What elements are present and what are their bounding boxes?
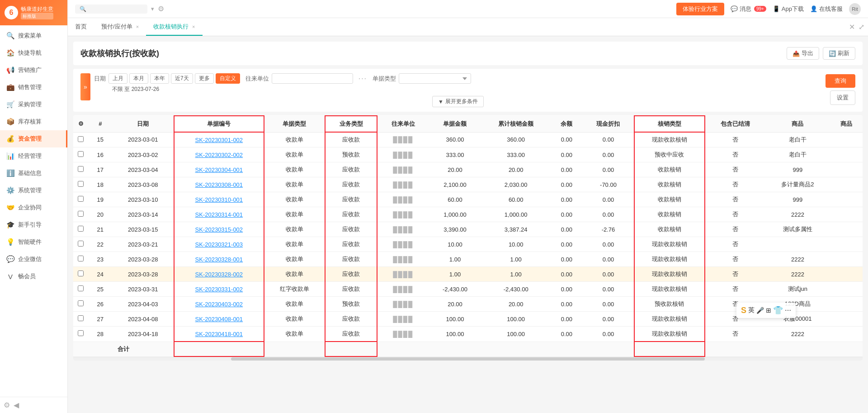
query-btn[interactable]: 查询	[826, 74, 855, 88]
restore-icon[interactable]: ⤢	[859, 23, 864, 31]
cell-checkbox[interactable]	[73, 237, 88, 252]
bill-no-link[interactable]: SK-20230302-002	[195, 152, 243, 158]
date-btn-this-year[interactable]: 本年	[150, 73, 169, 84]
sales-icon: 💼	[6, 83, 14, 91]
messages-item[interactable]: 💬 消息 99+	[731, 5, 766, 13]
refresh-btn[interactable]: 🔄 刷新	[823, 47, 855, 60]
bill-no-link[interactable]: SK-20230403-002	[195, 301, 243, 308]
bill-no-link[interactable]: SK-20230310-001	[195, 196, 243, 203]
cell-checkbox[interactable]	[73, 327, 88, 342]
expand-left-btn[interactable]: »	[80, 73, 90, 100]
sidebar-item-purchase[interactable]: 🛒采购管理	[0, 96, 67, 113]
cell-checkbox[interactable]	[73, 267, 88, 282]
bill-no-link[interactable]: SK-20230328-002	[195, 271, 243, 278]
bill-type-select[interactable]	[399, 73, 471, 84]
sidebar-item-finance[interactable]: 💰资金管理	[0, 130, 67, 147]
cell-checkbox[interactable]	[73, 297, 88, 312]
tab-receivable-exec[interactable]: 收款核销执行 ×	[146, 18, 202, 36]
cell-checkbox[interactable]	[73, 312, 88, 327]
close-all-icon[interactable]: ✕	[849, 23, 855, 31]
row-checkbox[interactable]	[78, 151, 84, 157]
sidebar-item-inventory[interactable]: 📦库存核算	[0, 113, 67, 130]
sidebar-item-guide[interactable]: 🎓新手引导	[0, 216, 67, 233]
row-checkbox[interactable]	[78, 315, 84, 321]
cell-checkbox[interactable]	[73, 162, 88, 177]
collapse-icon[interactable]: ◀	[14, 401, 19, 409]
bill-no-link[interactable]: SK-20230321-003	[195, 241, 243, 248]
settings-icon[interactable]: ⚙	[4, 401, 10, 409]
cell-seq: 18	[88, 177, 113, 192]
export-btn[interactable]: 📤 导出	[787, 47, 819, 60]
search-label: 搜索菜单	[18, 32, 42, 40]
horizontal-scrollbar[interactable]	[73, 357, 863, 361]
row-checkbox[interactable]	[78, 300, 84, 306]
row-checkbox[interactable]	[78, 136, 84, 142]
gear-icon[interactable]: ⚙	[158, 5, 164, 13]
cell-cancel-type: 现款收款核销	[634, 327, 705, 342]
sidebar-item-search[interactable]: 🔍搜索菜单	[0, 27, 67, 44]
industry-btn[interactable]: 体验行业方案	[676, 3, 724, 15]
app-download-item[interactable]: 📱 App下载	[773, 5, 804, 13]
bill-no-link[interactable]: SK-20230331-002	[195, 286, 243, 293]
sidebar-item-marketing[interactable]: 📢营销推广	[0, 62, 67, 79]
bill-no-link[interactable]: SK-20230315-002	[195, 226, 243, 233]
bill-no-link[interactable]: SK-20230328-001	[195, 256, 243, 263]
tab-home[interactable]: 首页	[68, 18, 94, 36]
row-checkbox[interactable]	[78, 271, 84, 276]
header-arrow-icon[interactable]: ▾	[151, 5, 154, 12]
row-checkbox[interactable]	[78, 166, 84, 172]
messages-badge: 99+	[754, 6, 766, 12]
service-icon: 👤	[810, 5, 817, 12]
date-btn-more[interactable]: 更多	[195, 73, 214, 84]
bill-no-link[interactable]: SK-20230301-002	[195, 137, 243, 143]
cell-checkbox[interactable]	[73, 132, 88, 147]
cell-checkbox[interactable]	[73, 282, 88, 297]
row-checkbox[interactable]	[78, 196, 84, 202]
cell-checkbox[interactable]	[73, 252, 88, 267]
cell-checkbox[interactable]	[73, 177, 88, 192]
row-checkbox[interactable]	[78, 211, 84, 217]
sidebar-item-enterprise[interactable]: 🤝企业协同	[0, 199, 67, 216]
sidebar-item-wechat[interactable]: 💬企业微信	[0, 251, 67, 268]
col-gear[interactable]: ⚙	[73, 116, 88, 132]
cell-checkbox[interactable]	[73, 222, 88, 237]
row-checkbox[interactable]	[78, 181, 84, 187]
sidebar-item-sales[interactable]: 💼销售管理	[0, 79, 67, 96]
sidebar-item-business[interactable]: 📊经营管理	[0, 147, 67, 165]
partner-input[interactable]	[272, 73, 353, 84]
bill-no-link[interactable]: SK-20230304-001	[195, 166, 243, 173]
date-btn-this-month[interactable]: 本月	[129, 73, 148, 84]
cell-cash-discount: 0.00	[583, 282, 634, 297]
online-service-item[interactable]: 👤 在线客服	[810, 5, 843, 13]
bill-no-link[interactable]: SK-20230308-001	[195, 181, 243, 188]
sidebar-item-basic[interactable]: ℹ️基础信息	[0, 165, 67, 182]
basic-label: 基础信息	[18, 169, 42, 177]
sidebar-item-quick-nav[interactable]: 🏠快捷导航	[0, 44, 67, 62]
sidebar-item-member[interactable]: V畅会员	[0, 268, 67, 285]
cell-checkbox[interactable]	[73, 207, 88, 222]
row-checkbox[interactable]	[78, 241, 84, 247]
cell-checkbox[interactable]	[73, 147, 88, 162]
bill-no-link[interactable]: SK-20230314-001	[195, 211, 243, 218]
row-checkbox[interactable]	[78, 256, 84, 261]
settings-btn[interactable]: 设置	[830, 90, 855, 105]
cell-accumulated: -2,430.00	[481, 282, 551, 297]
row-checkbox[interactable]	[78, 226, 84, 232]
sidebar-item-hardware[interactable]: 💡智能硬件	[0, 233, 67, 251]
bill-no-link[interactable]: SK-20230418-001	[195, 331, 243, 337]
cell-seq: 19	[88, 192, 113, 207]
date-btn-7days[interactable]: 近7天	[171, 73, 193, 84]
expand-more-btn[interactable]: ▼ 展开更多条件	[432, 96, 484, 107]
bill-no-link[interactable]: SK-20230408-001	[195, 316, 243, 323]
sidebar-item-system[interactable]: ⚙️系统管理	[0, 182, 67, 199]
top-search[interactable]: 🔍	[75, 5, 147, 14]
user-avatar[interactable]: Rit	[849, 3, 861, 15]
tab-payable[interactable]: 预付/应付单 ×	[94, 18, 146, 36]
cell-checkbox[interactable]	[73, 192, 88, 207]
tab-payable-close[interactable]: ×	[136, 24, 139, 29]
date-btn-last-month[interactable]: 上月	[108, 73, 127, 84]
tab-receivable-close[interactable]: ×	[192, 24, 195, 29]
row-checkbox[interactable]	[78, 285, 84, 291]
date-btn-custom[interactable]: 自定义	[216, 73, 240, 84]
row-checkbox[interactable]	[78, 330, 84, 336]
